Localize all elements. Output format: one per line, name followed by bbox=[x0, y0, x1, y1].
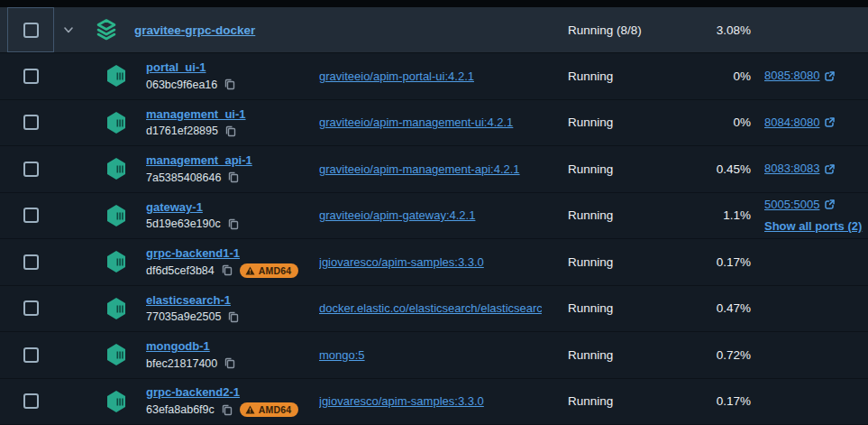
copy-icon[interactable] bbox=[227, 171, 240, 184]
container-name-link[interactable]: management_ui-1 bbox=[146, 107, 246, 121]
port-link[interactable]: 8084:8080 bbox=[764, 112, 819, 134]
container-row: grpc-backend1-1 df6d5cef3b84 AMD64 jgiov… bbox=[0, 239, 868, 286]
container-id: d1761ef28895 bbox=[146, 125, 218, 137]
image-link[interactable]: docker.elastic.co/elasticsearch/elastics… bbox=[319, 301, 542, 315]
container-id: bfec21817400 bbox=[146, 357, 217, 370]
group-checkbox-cell bbox=[7, 7, 54, 52]
container-name-link[interactable]: mongodb-1 bbox=[146, 339, 210, 353]
container-status: Running bbox=[568, 208, 613, 222]
container-name-link[interactable]: elasticsearch-1 bbox=[146, 293, 231, 307]
chevron-down-icon[interactable] bbox=[62, 23, 75, 36]
container-cpu: 0.17% bbox=[717, 394, 751, 408]
container-cpu: 0% bbox=[733, 115, 751, 129]
external-link-icon[interactable] bbox=[824, 70, 836, 82]
window-top-bar bbox=[0, 0, 868, 7]
image-link[interactable]: graviteeio/apim-management-api:4.2.1 bbox=[319, 162, 520, 176]
container-row: portal_ui-1 063bc9f6ea16 graviteeio/apim… bbox=[0, 53, 868, 100]
container-cpu: 0.45% bbox=[717, 162, 751, 176]
container-name-link[interactable]: grpc-backend1-1 bbox=[146, 246, 240, 260]
arch-badge: AMD64 bbox=[240, 402, 299, 417]
container-name-link[interactable]: grpc-backend2-1 bbox=[146, 385, 240, 399]
container-row: management_ui-1 d1761ef28895 graviteeio/… bbox=[0, 100, 868, 147]
warning-triangle-icon bbox=[245, 266, 255, 275]
image-link[interactable]: graviteeio/apim-gateway:4.2.1 bbox=[319, 208, 475, 222]
copy-icon[interactable] bbox=[224, 356, 236, 370]
image-link[interactable]: mongo:5 bbox=[319, 348, 365, 362]
row-checkbox[interactable] bbox=[23, 347, 39, 363]
port-link[interactable]: 8085:8080 bbox=[764, 65, 819, 87]
image-link[interactable]: jgiovaresco/apim-samples:3.3.0 bbox=[319, 394, 484, 408]
row-checkbox[interactable] bbox=[23, 208, 39, 223]
container-cpu: 0.47% bbox=[717, 301, 751, 315]
container-row: grpc-backend2-1 63efa8ab6f9c AMD64 jgiov… bbox=[0, 379, 868, 425]
row-checkbox[interactable] bbox=[23, 393, 39, 409]
arch-badge-label: AMD64 bbox=[259, 404, 292, 415]
container-row: mongodb-1 bfec21817400 mongo:5 Running 0… bbox=[0, 332, 868, 379]
image-link[interactable]: graviteeio/apim-management-ui:4.2.1 bbox=[319, 115, 513, 129]
container-status: Running bbox=[568, 394, 613, 408]
container-cpu: 0.17% bbox=[717, 255, 751, 269]
container-status: Running bbox=[568, 255, 613, 269]
container-icon bbox=[105, 250, 127, 273]
port-link[interactable]: 8083:8083 bbox=[764, 158, 819, 180]
image-link[interactable]: graviteeio/apim-portal-ui:4.2.1 bbox=[319, 69, 474, 83]
container-cpu: 0.72% bbox=[717, 348, 751, 362]
compose-group-row: gravitee-grpc-docker Running (8/8) 3.08% bbox=[0, 7, 868, 53]
container-id: 63efa8ab6f9c bbox=[146, 403, 215, 416]
container-icon bbox=[105, 204, 127, 227]
arch-badge-label: AMD64 bbox=[259, 265, 292, 276]
row-checkbox[interactable] bbox=[23, 69, 39, 84]
compose-stack-icon bbox=[95, 18, 118, 42]
container-name-link[interactable]: management_api-1 bbox=[146, 153, 252, 167]
copy-icon[interactable] bbox=[224, 125, 237, 138]
group-checkbox[interactable] bbox=[23, 23, 39, 38]
port-link[interactable]: 5005:5005 bbox=[764, 194, 819, 216]
external-link-icon[interactable] bbox=[824, 116, 836, 128]
container-icon bbox=[105, 64, 127, 88]
copy-icon[interactable] bbox=[221, 403, 233, 417]
container-id: 063bc9f6ea16 bbox=[146, 79, 217, 91]
container-icon bbox=[105, 157, 127, 180]
container-row: gateway-1 5d19e63e190c graviteeio/apim-g… bbox=[0, 193, 868, 240]
show-all-ports-link[interactable]: Show all ports (2) bbox=[764, 216, 862, 237]
group-status: Running (8/8) bbox=[568, 23, 642, 37]
copy-icon[interactable] bbox=[221, 263, 233, 277]
group-cpu: 3.08% bbox=[717, 23, 751, 37]
container-cpu: 1.1% bbox=[723, 208, 751, 222]
container-icon bbox=[105, 343, 127, 366]
copy-icon[interactable] bbox=[227, 217, 240, 231]
container-name-link[interactable]: portal_ui-1 bbox=[146, 60, 206, 74]
row-checkbox[interactable] bbox=[23, 162, 39, 177]
container-cpu: 0% bbox=[733, 69, 751, 83]
container-status: Running bbox=[568, 69, 613, 83]
container-id: 77035a9e2505 bbox=[146, 310, 221, 323]
container-id: 7a5385408646 bbox=[146, 171, 221, 184]
container-status: Running bbox=[568, 162, 613, 176]
arch-badge: AMD64 bbox=[240, 263, 299, 278]
row-checkbox[interactable] bbox=[23, 254, 39, 270]
copy-icon[interactable] bbox=[224, 78, 236, 91]
container-id: 5d19e63e190c bbox=[146, 217, 221, 230]
row-checkbox[interactable] bbox=[23, 300, 39, 316]
container-icon bbox=[105, 297, 127, 320]
container-status: Running bbox=[568, 348, 613, 362]
container-status: Running bbox=[568, 301, 613, 315]
compose-group-title-link[interactable]: gravitee-grpc-docker bbox=[134, 23, 255, 37]
container-name-link[interactable]: gateway-1 bbox=[146, 200, 203, 214]
container-row: elasticsearch-1 77035a9e2505 docker.elas… bbox=[0, 286, 868, 333]
container-row: management_api-1 7a5385408646 graviteeio… bbox=[0, 146, 868, 193]
image-link[interactable]: jgiovaresco/apim-samples:3.3.0 bbox=[319, 255, 484, 269]
copy-icon[interactable] bbox=[227, 310, 240, 324]
container-icon bbox=[105, 111, 127, 134]
external-link-icon[interactable] bbox=[824, 163, 836, 175]
warning-triangle-icon bbox=[245, 405, 255, 414]
container-icon bbox=[105, 390, 127, 413]
row-checkbox[interactable] bbox=[23, 115, 39, 130]
container-id: df6d5cef3b84 bbox=[146, 264, 215, 277]
container-status: Running bbox=[568, 115, 613, 129]
external-link-icon[interactable] bbox=[824, 199, 836, 210]
